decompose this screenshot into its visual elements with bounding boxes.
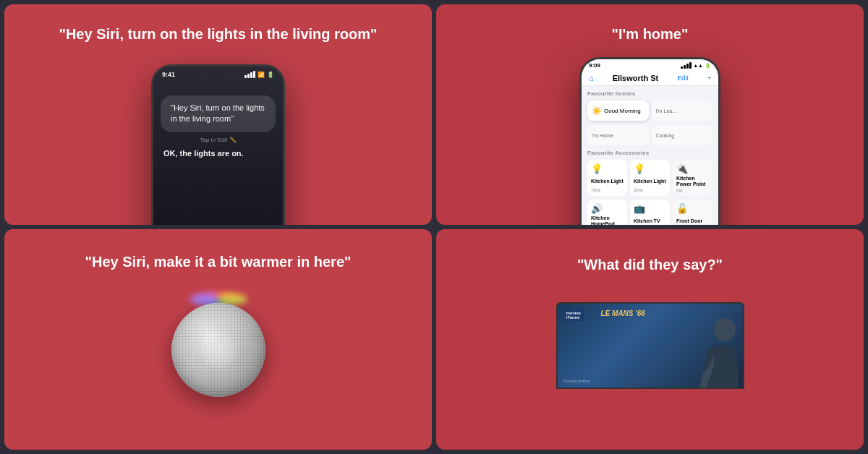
- panel-siri-lights: "Hey Siri, turn on the lights in the liv…: [4, 4, 432, 225]
- homepod-icon: 🔊: [591, 203, 624, 214]
- leaving-label: I'm Lea...: [656, 108, 677, 113]
- power-name: Kitchen Power Point: [676, 176, 709, 188]
- accessories-grid-1: 💡 Kitchen Light 76% 💡 Kitchen Light 20% …: [587, 160, 712, 196]
- door-name: Front Door: [676, 218, 709, 224]
- tv-badge: movies iTunes: [563, 309, 584, 321]
- accessory-homepod[interactable]: 🔊 Kitchen HomePod Playing: [587, 200, 627, 225]
- panel-siri-warmer: "Hey Siri, make it a bit warmer in here": [4, 229, 432, 450]
- light-status-1: 76%: [591, 188, 624, 193]
- siri-time: 9:41: [162, 71, 175, 78]
- panel4-quote: "What did they say?": [556, 255, 744, 275]
- wifi-icon: 📶: [258, 72, 265, 78]
- door-icon: 🔓: [676, 203, 709, 214]
- home-wifi-icon: ▲▲: [693, 63, 703, 68]
- home-signal: [681, 62, 692, 69]
- light-name-2: Kitchen Light: [634, 179, 666, 184]
- light-status-2: 20%: [634, 188, 666, 193]
- accessory-tv[interactable]: 📺 Kitchen TV On: [630, 200, 670, 225]
- tv-icon: 📺: [634, 203, 666, 214]
- accessory-power-point[interactable]: 🔌 Kitchen Power Point On: [673, 160, 712, 196]
- favourite-accessories-label: Favourite Accessories: [587, 150, 712, 156]
- iphone-siri: 9:41 📶 🔋 "Hey Siri, turn on the lights i…: [151, 64, 285, 225]
- panel3-quote: "Hey Siri, make it a bit warmer in here": [64, 252, 373, 272]
- morning-emoji: ☀️: [592, 106, 602, 116]
- scene-good-morning[interactable]: ☀️ Good Morning: [587, 100, 649, 121]
- panel2-quote: "I'm home": [590, 25, 710, 44]
- home-content: Favourite Scenes ☀️ Good Morning I'm Lea…: [582, 86, 718, 225]
- tv-film-title: LE MANS '66: [601, 309, 645, 317]
- panel-im-home: "I'm home" 9:09 ▲▲ 🔋 ⌂ Ellsworth: [436, 4, 864, 225]
- scenes-row-2: I'm Home Cooking: [587, 125, 712, 145]
- tv-subtitle: Racing drama: [563, 379, 590, 383]
- light-icon-2: 💡: [634, 163, 666, 174]
- home-battery: 🔋: [705, 63, 711, 69]
- person-silhouette: [678, 308, 743, 387]
- iphone-home: 9:09 ▲▲ 🔋 ⌂ Ellsworth St Edit +: [579, 57, 720, 225]
- accessory-kitchen-light-2[interactable]: 💡 Kitchen Light 20%: [630, 160, 670, 196]
- power-icon: 🔌: [676, 163, 709, 174]
- battery-icon: 🔋: [267, 72, 274, 78]
- signal-bars: [244, 71, 255, 78]
- homepod-mini: [161, 292, 276, 397]
- home-time: 9:09: [589, 62, 600, 69]
- accessories-grid-2: 🔊 Kitchen HomePod Playing 📺 Kitchen TV O…: [587, 200, 712, 225]
- home-nav: ⌂ Ellsworth St Edit +: [582, 71, 718, 86]
- siri-message: "Hey Siri, turn on the lights in the liv…: [171, 103, 265, 123]
- home-edit[interactable]: Edit: [677, 74, 689, 82]
- light-name-1: Kitchen Light: [591, 179, 624, 184]
- tv-screen: movies iTunes LE MANS '66 Racing drama: [556, 302, 744, 389]
- siri-bubble: "Hey Siri, turn on the lights in the liv…: [161, 95, 276, 132]
- favourite-scenes-label: Favourite Scenes: [587, 90, 712, 97]
- siri-screen: 9:41 📶 🔋 "Hey Siri, turn on the lights i…: [153, 67, 283, 225]
- morning-label: Good Morning: [604, 108, 641, 114]
- homepod-body: [171, 303, 265, 397]
- im-home-label: I'm Home: [592, 133, 613, 138]
- homepod-container: [4, 285, 432, 397]
- cooking-label: Cooking: [656, 133, 675, 138]
- home-icon: ⌂: [589, 74, 594, 82]
- scenes-row: ☀️ Good Morning I'm Lea...: [587, 100, 712, 121]
- siri-status-bar: 9:41 📶 🔋: [153, 67, 283, 81]
- accessory-kitchen-light-1[interactable]: 💡 Kitchen Light 76%: [587, 160, 627, 196]
- power-status: On: [676, 188, 709, 193]
- scene-im-leaving[interactable]: I'm Lea...: [652, 100, 713, 121]
- scene-cooking[interactable]: Cooking: [652, 125, 713, 145]
- accessory-front-door[interactable]: 🔓 Front Door Unlocked: [673, 200, 712, 225]
- home-status-bar: 9:09 ▲▲ 🔋: [582, 59, 718, 71]
- siri-tap-edit: Tap to Edit ✏️: [153, 137, 283, 143]
- svg-point-0: [714, 318, 736, 341]
- home-add[interactable]: +: [707, 74, 711, 82]
- home-location: Ellsworth St: [613, 74, 659, 82]
- light-icon-1: 💡: [591, 163, 624, 174]
- tv-content: movies iTunes LE MANS '66 Racing drama: [558, 304, 743, 387]
- siri-response: OK, the lights are on.: [153, 149, 283, 158]
- tv-name: Kitchen TV: [634, 218, 666, 224]
- homepod-name: Kitchen HomePod: [591, 215, 624, 225]
- panel1-quote: "Hey Siri, turn on the lights in the liv…: [37, 25, 399, 44]
- panel-what-did-they-say: "What did they say?" movies iTunes LE MA…: [436, 229, 864, 450]
- scene-im-home[interactable]: I'm Home: [587, 125, 649, 145]
- home-screen: 9:09 ▲▲ 🔋 ⌂ Ellsworth St Edit +: [582, 59, 718, 225]
